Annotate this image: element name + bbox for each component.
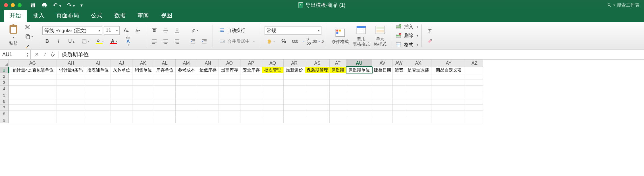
align-bottom-button[interactable] (172, 26, 182, 35)
cell-AI6[interactable] (85, 98, 111, 105)
cell-AI9[interactable] (85, 117, 111, 123)
cell-AV1[interactable]: 建档日期 (372, 67, 393, 73)
cell-AU9[interactable] (346, 117, 372, 123)
increase-decimal-button[interactable]: ←.0.00 (302, 37, 311, 46)
autosum-button[interactable]: Σ (425, 27, 435, 36)
cell-AH4[interactable] (57, 86, 85, 92)
column-header-AG[interactable]: AG (9, 60, 57, 67)
cell-AI1[interactable]: 报表辅单位 (85, 67, 111, 73)
tab-插入[interactable]: 插入 (27, 9, 50, 22)
cell-AY6[interactable] (431, 98, 466, 105)
borders-button[interactable] (79, 37, 92, 46)
row-header-6[interactable]: 6 (0, 98, 9, 105)
cell-AV9[interactable] (372, 117, 393, 123)
cell-AZ6[interactable] (466, 98, 483, 105)
cell-AQ6[interactable] (262, 98, 284, 105)
cell-AP5[interactable] (240, 92, 262, 98)
row-header-2[interactable]: 2 (0, 73, 9, 79)
column-header-AT[interactable]: AT (330, 60, 346, 67)
cell-AG5[interactable] (9, 92, 57, 98)
cell-AU7[interactable] (346, 105, 372, 111)
tab-页面布局[interactable]: 页面布局 (51, 9, 85, 22)
cell-AI4[interactable] (85, 86, 111, 92)
cell-AM5[interactable] (176, 92, 197, 98)
cell-AW1[interactable]: 运费 (393, 67, 405, 73)
column-header-AI[interactable]: AI (85, 60, 111, 67)
cell-AU1[interactable]: 保质期单位 (346, 67, 372, 73)
column-header-AW[interactable]: AW (393, 60, 405, 67)
cell-AH6[interactable] (57, 98, 85, 105)
cell-AQ8[interactable] (262, 111, 284, 117)
cell-AM6[interactable] (176, 98, 197, 105)
cell-AP6[interactable] (240, 98, 262, 105)
cell-AN2[interactable] (197, 73, 219, 79)
tab-开始[interactable]: 开始 (4, 9, 27, 22)
cell-AY5[interactable] (431, 92, 466, 98)
wrap-text-button[interactable]: 自动换行 (216, 26, 257, 35)
cell-AM9[interactable] (176, 117, 197, 123)
font-name-combo[interactable]: 等线 Regular (正文)▾ (42, 26, 102, 35)
cell-AM3[interactable] (176, 79, 197, 86)
insert-cells-button[interactable]: +插入▾ (396, 23, 418, 31)
cell-AU3[interactable] (346, 79, 372, 86)
conditional-formatting-button[interactable]: 条件格式 (330, 26, 351, 46)
orientation-button[interactable]: ab (188, 26, 201, 35)
align-top-button[interactable] (149, 26, 159, 35)
cell-AZ9[interactable] (466, 117, 483, 123)
cell-AT3[interactable] (330, 79, 346, 86)
cell-AG6[interactable] (9, 98, 57, 105)
cell-AS1[interactable]: 保质期管理 (305, 67, 330, 73)
cell-AO1[interactable]: 最高库存 (219, 67, 240, 73)
cell-AQ9[interactable] (262, 117, 284, 123)
column-header-AX[interactable]: AX (405, 60, 431, 67)
align-left-button[interactable] (149, 37, 159, 46)
column-header-AY[interactable]: AY (431, 60, 466, 67)
font-color-button[interactable]: A (108, 37, 120, 46)
cell-AV3[interactable] (372, 79, 393, 86)
cell-AI3[interactable] (85, 79, 111, 86)
cell-AN3[interactable] (197, 79, 219, 86)
cell-AL2[interactable] (154, 73, 176, 79)
cell-AJ5[interactable] (111, 92, 132, 98)
column-header-AH[interactable]: AH (57, 60, 85, 67)
cell-AG9[interactable] (9, 117, 57, 123)
select-all-corner[interactable] (0, 60, 9, 67)
cell-AK2[interactable] (132, 73, 154, 79)
cell-AG1[interactable]: 辅计量4是否包装单位 (9, 67, 57, 73)
cell-AS3[interactable] (305, 79, 330, 86)
column-header-AR[interactable]: AR (284, 60, 305, 67)
fill-color-button[interactable] (94, 37, 106, 46)
tab-数据[interactable]: 数据 (109, 9, 131, 22)
cell-AU8[interactable] (346, 111, 372, 117)
cell-AQ4[interactable] (262, 86, 284, 92)
decrease-decimal-button[interactable]: .00→.0 (313, 37, 323, 46)
cell-AK5[interactable] (132, 92, 154, 98)
cell-AY4[interactable] (431, 86, 466, 92)
cell-AW6[interactable] (393, 98, 405, 105)
column-header-AN[interactable]: AN (197, 60, 219, 67)
cell-AO4[interactable] (219, 86, 240, 92)
column-header-AO[interactable]: AO (219, 60, 240, 67)
fx-button[interactable]: fx (51, 51, 55, 58)
decrease-indent-button[interactable] (188, 37, 198, 46)
column-header-AP[interactable]: AP (240, 60, 262, 67)
cell-AJ7[interactable] (111, 105, 132, 111)
align-middle-button[interactable] (161, 26, 171, 35)
cell-AJ9[interactable] (111, 117, 132, 123)
italic-button[interactable]: I (54, 37, 63, 46)
cell-AV7[interactable] (372, 105, 393, 111)
spreadsheet-grid[interactable]: AGAHAIAJAKALAMANAOAPAQARASATAUAVAWAXAYAZ… (0, 60, 644, 123)
cell-AI5[interactable] (85, 92, 111, 98)
cell-AJ2[interactable] (111, 73, 132, 79)
cell-AW2[interactable] (393, 73, 405, 79)
paste-button[interactable]: ▾ 粘贴 (6, 23, 20, 47)
cell-AT7[interactable] (330, 105, 346, 111)
cell-AT4[interactable] (330, 86, 346, 92)
cell-AS8[interactable] (305, 111, 330, 117)
cell-AG3[interactable] (9, 79, 57, 86)
cell-AH3[interactable] (57, 79, 85, 86)
row-header-9[interactable]: 9 (0, 117, 9, 123)
align-center-button[interactable] (161, 37, 171, 46)
cell-AK6[interactable] (132, 98, 154, 105)
increase-font-button[interactable]: A▴ (121, 26, 131, 35)
